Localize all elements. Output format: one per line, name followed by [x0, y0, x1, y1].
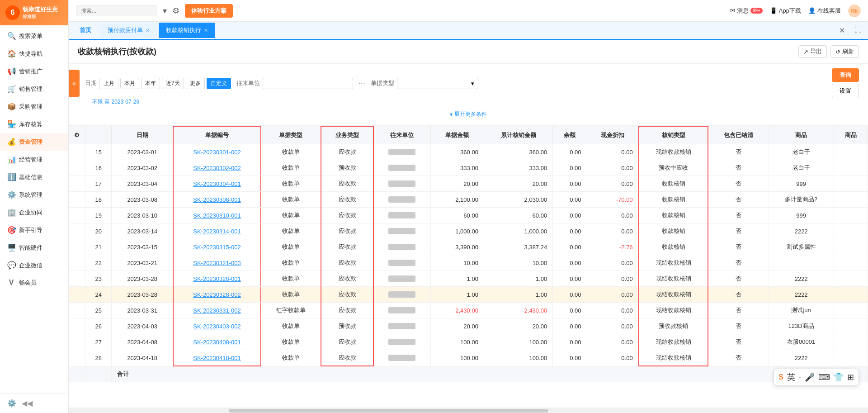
filter-dots: ··· — [359, 79, 365, 88]
filter-bar: » 日期 上月 本月 本年 近7天 更多 自定义 往来单位 · — [69, 64, 868, 126]
float-shirt-icon[interactable]: 👕 — [834, 372, 844, 382]
tab-receipt[interactable]: 收款核销执行 ✕ — [159, 23, 215, 38]
sidebar-item-inventory[interactable]: 🏪 库存核算 — [0, 115, 68, 133]
query-btn[interactable]: 查询 — [832, 68, 859, 82]
close-prepay-icon[interactable]: ✕ — [146, 28, 150, 33]
voucher-type-select[interactable]: ▾ — [397, 78, 478, 89]
member-icon: V — [7, 279, 15, 287]
th-verify-type: 核销类型 — [639, 126, 708, 144]
topbar-right: ✉ 消息 99+ 📱 App下载 👤 在线客服 Rit — [730, 5, 861, 17]
collapse-icon[interactable]: ◀◀ — [22, 399, 33, 408]
sidebar-item-label: 搜索菜单 — [19, 32, 42, 40]
sidebar-item-member[interactable]: V 畅会员 — [0, 274, 68, 291]
expand-more-btn[interactable]: ▾ 展开更多条件 — [78, 108, 859, 121]
service-item[interactable]: 👤 在线客服 — [808, 7, 841, 15]
tabs-actions: ✕ ⛶ — [835, 24, 864, 37]
sidebar-bottom: ⚙️ ◀◀ — [0, 393, 68, 413]
sidebar-item-marketing[interactable]: 📢 营销推广 — [0, 62, 68, 80]
message-icon: ✉ — [730, 7, 735, 14]
float-logo: S — [778, 373, 783, 381]
tab-prepay[interactable]: 预付款应付单 ✕ — [100, 23, 157, 38]
sidebar-item-purchase[interactable]: 📦 采购管理 — [0, 98, 68, 115]
sidebar-item-label: 企业微信 — [19, 261, 42, 270]
sidebar-item-wechat[interactable]: 💬 企业微信 — [0, 256, 68, 274]
scrollbar-thumb[interactable] — [229, 409, 548, 413]
industry-btn[interactable]: 体验行业方案 — [185, 4, 233, 18]
close-tab-icon[interactable]: ✕ — [835, 24, 848, 37]
float-grid-icon[interactable]: ⊞ — [847, 372, 854, 382]
float-mic-icon[interactable]: 🎤 — [805, 372, 815, 382]
th-include-cleared: 包含已结清 — [708, 126, 769, 144]
message-item[interactable]: ✉ 消息 99+ — [730, 7, 763, 15]
sidebar-item-hardware[interactable]: 🖥️ 智能硬件 — [0, 239, 68, 256]
table-row: 262023-04-03SK-20230403-002收款单预收款 20.002… — [69, 318, 868, 334]
filter-date-group: 日期 上月 本月 本年 近7天 更多 自定义 — [85, 78, 231, 89]
sidebar-item-finance[interactable]: 💰 资金管理 — [0, 133, 68, 151]
sidebar-item-label: 库存核算 — [19, 120, 42, 128]
expand-tab-icon[interactable]: ⛶ — [852, 24, 864, 37]
app-download-item[interactable]: 📱 App下载 — [770, 7, 801, 15]
date-btn-custom[interactable]: 自定义 — [207, 78, 231, 89]
th-balance: 余额 — [553, 126, 587, 144]
filter-voucher-type-group: 单据类型 ▾ — [371, 78, 478, 89]
sidebar-item-quicknav[interactable]: 🏠 快捷导航 — [0, 45, 68, 62]
marketing-icon: 📢 — [7, 67, 15, 76]
date-btn-more[interactable]: 更多 — [186, 78, 205, 89]
sidebar-item-label: 销售管理 — [19, 85, 42, 93]
sidebar-item-label: 营销推广 — [19, 67, 42, 76]
tab-home[interactable]: 首页 — [72, 23, 99, 38]
query-actions: 查询 设置 — [832, 68, 859, 98]
sidebar-item-guide[interactable]: 🎯 新手引导 — [0, 221, 68, 239]
th-settings[interactable]: ⚙ — [69, 126, 85, 144]
table-header-row: ⚙ 日期 单据编号 单据类型 业务类型 往来单位 单据金额 累计核销金额 余额 … — [69, 126, 868, 144]
sidebar-item-label: 企业协同 — [19, 209, 42, 217]
export-btn[interactable]: ↗ 导出 — [798, 45, 827, 58]
date-btn-this-month[interactable]: 本月 — [120, 78, 139, 89]
settings-filter-btn[interactable]: 设置 — [832, 84, 859, 98]
horizontal-scrollbar[interactable] — [69, 408, 868, 413]
chevron-down-icon: ▾ — [450, 111, 453, 118]
date-range-display: 不限 至 2023-07-26 — [92, 99, 139, 105]
page-content: 收款核销执行(按收款) ↗ 导出 ↺ 刷新 » 日期 上月 — [69, 40, 868, 413]
total-row: 合计 — [69, 366, 868, 382]
sidebar-item-enterprise[interactable]: 🏢 企业协同 — [0, 204, 68, 221]
system-icon: ⚙️ — [7, 190, 15, 199]
floating-toolbar: S 英 · 🎤 ⌨ 👕 ⊞ — [774, 369, 859, 386]
table-row: 152023-03-01SK-20230301-002收款单应收款 360.00… — [69, 144, 868, 160]
date-btn-7days[interactable]: 近7天 — [162, 78, 184, 89]
refresh-btn[interactable]: ↺ 刷新 — [830, 45, 859, 58]
sidebar-item-sales[interactable]: 🛒 销售管理 — [0, 80, 68, 98]
avatar[interactable]: Rit — [848, 5, 861, 17]
filter-row-1: » 日期 上月 本月 本年 近7天 更多 自定义 往来单位 · — [78, 68, 859, 98]
search-input[interactable] — [76, 5, 157, 16]
sidebar-item-search[interactable]: 🔍 搜索菜单 — [0, 27, 68, 45]
partner-input[interactable] — [263, 78, 353, 89]
sidebar-item-system[interactable]: ⚙️ 系统管理 — [0, 186, 68, 204]
chevron-down-icon[interactable]: ▾ — [163, 6, 167, 16]
settings-icon[interactable]: ⚙️ — [7, 399, 16, 408]
partner-label: 往来单位 — [236, 79, 260, 87]
app-label: App下载 — [779, 7, 801, 15]
logo-icon: 6 — [5, 5, 20, 20]
sidebar-item-basic[interactable]: ℹ️ 基础信息 — [0, 168, 68, 186]
data-table-container: ⚙ 日期 单据编号 单据类型 业务类型 往来单位 单据金额 累计核销金额 余额 … — [69, 126, 868, 408]
close-receipt-icon[interactable]: ✕ — [204, 28, 208, 33]
float-lang-icon[interactable]: 英 — [787, 372, 795, 383]
sidebar-item-label: 采购管理 — [19, 103, 42, 111]
table-row: 172023-03-04SK-20230304-001收款单应收款 20.002… — [69, 176, 868, 192]
date-label: 日期 — [85, 79, 97, 87]
date-btn-prev-month[interactable]: 上月 — [99, 78, 118, 89]
table-row: 272023-04-08SK-20230408-001收款单应收款 100.00… — [69, 334, 868, 350]
th-cash-discount: 现金折扣 — [587, 126, 639, 144]
th-product: 商品 — [769, 126, 834, 144]
search-icon: 🔍 — [7, 32, 15, 40]
gear-icon[interactable]: ⚙ — [172, 6, 179, 16]
sales-icon: 🛒 — [7, 85, 15, 93]
sidebar-item-label: 新手引导 — [19, 226, 42, 234]
float-keyboard-icon[interactable]: ⌨ — [818, 372, 830, 382]
float-dot-icon[interactable]: · — [799, 373, 801, 382]
basic-icon: ℹ️ — [7, 173, 15, 181]
date-btn-this-year[interactable]: 本年 — [141, 78, 160, 89]
filter-expand-btn[interactable]: » — [69, 70, 80, 97]
sidebar-item-operations[interactable]: 📊 经营管理 — [0, 151, 68, 168]
